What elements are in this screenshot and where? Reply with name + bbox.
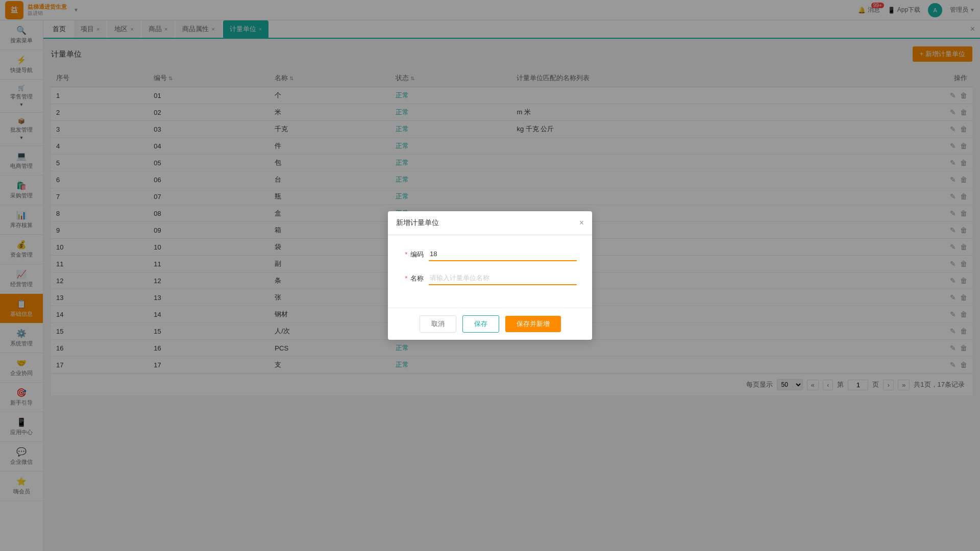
cancel-button[interactable]: 取消 [420,315,456,333]
name-input[interactable] [429,271,577,285]
code-label: * 编码 [403,250,424,259]
dialog-overlay: 新增计量单位 × * 编码 * 名称 取消 保存 保存并新增 [0,0,980,551]
code-input[interactable] [429,247,577,261]
add-unit-dialog: 新增计量单位 × * 编码 * 名称 取消 保存 保存并新增 [388,211,592,340]
save-and-new-button[interactable]: 保存并新增 [505,316,561,332]
save-button[interactable]: 保存 [462,315,499,333]
dialog-close-btn[interactable]: × [579,218,584,228]
name-label: * 名称 [403,274,424,283]
dialog-title: 新增计量单位 [396,218,439,228]
